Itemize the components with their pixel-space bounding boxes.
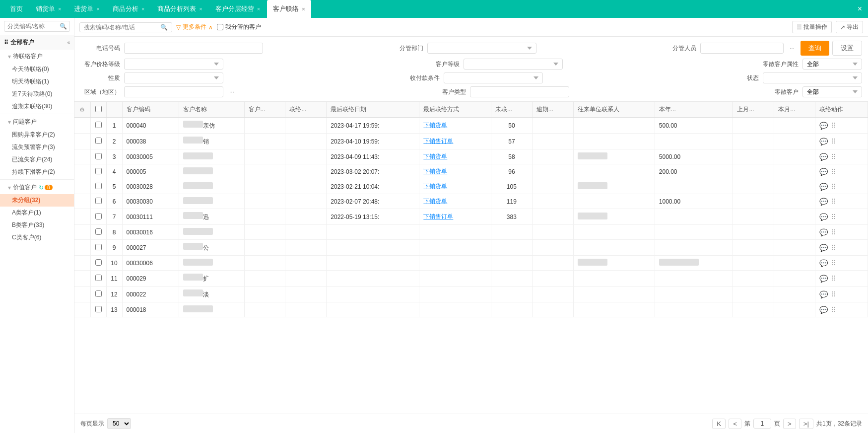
col-header-last-method[interactable]: 最后联络方式: [419, 102, 491, 118]
settings-header[interactable]: ⚙: [74, 102, 90, 118]
row-checkbox-cell[interactable]: [90, 209, 106, 225]
sidebar-group-pending[interactable]: ▾ 待联络客户: [0, 50, 74, 63]
apps-icon[interactable]: ⠿: [831, 168, 836, 176]
last-method-link[interactable]: 下销售订单: [423, 213, 453, 220]
close-tab-sales-order[interactable]: ×: [58, 6, 61, 12]
apps-icon[interactable]: ⠿: [831, 244, 836, 252]
row-checkbox[interactable]: [95, 138, 102, 144]
search-input[interactable]: [84, 24, 158, 31]
row-checkbox[interactable]: [95, 290, 102, 297]
gear-icon[interactable]: ⚙: [79, 106, 85, 113]
export-btn[interactable]: ↗ 导出: [836, 21, 863, 33]
chat-icon[interactable]: 💬: [819, 244, 828, 252]
col-header-name[interactable]: 客户名称: [179, 102, 244, 118]
payment-select[interactable]: [444, 72, 543, 83]
close-tab-product-analysis[interactable]: ×: [141, 6, 144, 12]
tab-home[interactable]: 首页: [4, 0, 29, 18]
page-number-input[interactable]: [753, 419, 771, 429]
col-header-this-year[interactable]: 本年...: [655, 102, 733, 118]
apps-icon[interactable]: ⠿: [831, 198, 836, 206]
select-all-checkbox[interactable]: [95, 106, 102, 112]
close-tab-product-analysis-list[interactable]: ×: [199, 6, 202, 12]
tab-customer-contact[interactable]: 客户联络 ×: [267, 0, 311, 18]
row-checkbox-cell[interactable]: [90, 164, 106, 179]
apps-icon[interactable]: ⠿: [831, 153, 836, 161]
close-tab-customer-contact[interactable]: ×: [302, 6, 305, 12]
row-checkbox[interactable]: [95, 275, 102, 281]
apps-icon[interactable]: ⠿: [831, 259, 836, 267]
row-checkbox[interactable]: [95, 198, 102, 204]
tab-purchase-order[interactable]: 进货单 ×: [68, 0, 105, 18]
sidebar-item-tomorrow[interactable]: 明天待联络(1): [0, 75, 74, 88]
my-customers-checkbox-label[interactable]: 我分管的客户: [217, 23, 261, 31]
close-tab-customer-layered[interactable]: ×: [257, 6, 260, 12]
row-checkbox-cell[interactable]: [90, 256, 106, 271]
apps-icon[interactable]: ⠿: [831, 275, 836, 283]
apps-icon[interactable]: ⠿: [831, 138, 836, 145]
apps-icon[interactable]: ⠿: [831, 213, 836, 221]
region-input[interactable]: [124, 86, 223, 97]
sidebar-item-unclassified[interactable]: 未分组(32): [0, 194, 74, 207]
row-checkbox-cell[interactable]: [90, 287, 106, 302]
retail-attr-select[interactable]: 全部: [802, 59, 862, 70]
status-select[interactable]: [763, 72, 862, 83]
more-filters-btn[interactable]: ▽ 更多条件 ∧: [176, 23, 213, 31]
query-button[interactable]: 查询: [801, 41, 829, 56]
my-customers-checkbox[interactable]: [217, 24, 223, 30]
sidebar-item-a-class[interactable]: A类客户(1): [0, 207, 74, 219]
chat-icon[interactable]: 💬: [819, 168, 828, 176]
customer-level-select[interactable]: [464, 59, 563, 70]
first-page-btn[interactable]: K: [712, 419, 726, 429]
chat-icon[interactable]: 💬: [819, 122, 828, 130]
row-checkbox-cell[interactable]: [90, 240, 106, 256]
next-page-btn[interactable]: >: [783, 419, 796, 429]
chat-icon[interactable]: 💬: [819, 259, 828, 267]
sidebar-item-7days[interactable]: 近7天待联络(0): [0, 88, 74, 100]
sidebar-item-hoarding[interactable]: 囤购异常客户(2): [0, 129, 74, 141]
apps-icon[interactable]: ⠿: [831, 306, 836, 314]
prev-page-btn[interactable]: <: [729, 419, 741, 429]
row-checkbox[interactable]: [95, 228, 102, 235]
col-header-overdue[interactable]: 逾期...: [532, 102, 573, 118]
row-checkbox[interactable]: [95, 244, 102, 250]
row-checkbox-cell[interactable]: [90, 302, 106, 317]
col-header-contact[interactable]: 联络...: [285, 102, 327, 118]
col-header-type[interactable]: 客户...: [244, 102, 285, 118]
close-all-tabs[interactable]: ×: [856, 2, 864, 15]
col-header-last-month[interactable]: 上月...: [733, 102, 774, 118]
person-input[interactable]: [700, 43, 784, 54]
chat-icon[interactable]: 💬: [819, 275, 828, 283]
row-checkbox[interactable]: [95, 259, 102, 266]
chat-icon[interactable]: 💬: [819, 153, 828, 161]
sidebar-item-churned[interactable]: 已流失客户(24): [0, 153, 74, 166]
chat-icon[interactable]: 💬: [819, 198, 828, 206]
page-size-select[interactable]: 50: [107, 418, 131, 429]
tab-sales-order[interactable]: 销货单 ×: [30, 0, 67, 18]
sidebar-item-declining[interactable]: 持续下滑客户(2): [0, 166, 74, 178]
apps-icon[interactable]: ⠿: [831, 122, 836, 130]
row-checkbox-cell[interactable]: [90, 149, 106, 164]
last-method-link[interactable]: 下销货单: [423, 198, 447, 205]
chat-icon[interactable]: 💬: [819, 183, 828, 191]
sidebar-item-overdue[interactable]: 逾期未联络(30): [0, 100, 74, 113]
row-checkbox-cell[interactable]: [90, 194, 106, 209]
row-checkbox[interactable]: [95, 122, 102, 128]
chat-icon[interactable]: 💬: [819, 213, 828, 221]
apps-icon[interactable]: ⠿: [831, 228, 836, 236]
row-checkbox-cell[interactable]: [90, 225, 106, 240]
tab-customer-layered[interactable]: 客户分层经营 ×: [209, 0, 266, 18]
last-method-link[interactable]: 下销货单: [423, 183, 447, 190]
customer-type-input[interactable]: [470, 86, 569, 97]
tab-product-analysis[interactable]: 商品分析 ×: [107, 0, 150, 18]
row-checkbox-cell[interactable]: [90, 134, 106, 149]
last-method-link[interactable]: 下销货单: [423, 153, 447, 160]
nature-select[interactable]: [124, 72, 223, 83]
last-method-link[interactable]: 下销货单: [423, 122, 447, 129]
col-header-code[interactable]: 客户编码: [122, 102, 179, 118]
apps-icon[interactable]: ⠿: [831, 290, 836, 298]
row-checkbox-cell[interactable]: [90, 118, 106, 134]
sidebar-item-churn-warning[interactable]: 流失预警客户(3): [0, 141, 74, 153]
row-checkbox[interactable]: [95, 153, 102, 159]
collapse-icon[interactable]: «: [67, 40, 70, 45]
last-page-btn[interactable]: >|: [799, 419, 813, 429]
